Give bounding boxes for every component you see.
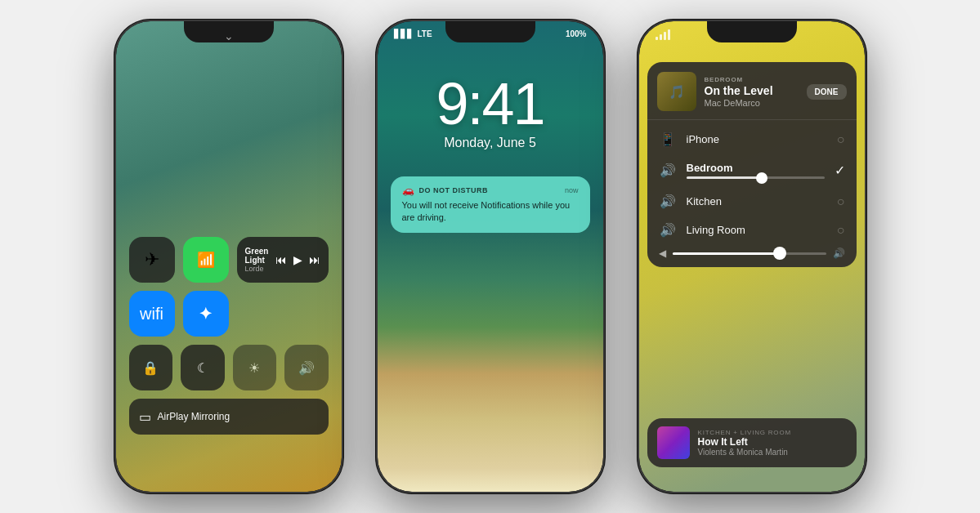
screen-1: ⌄ ✈ 📶 Green Light Lorde ⏮ ▶: [116, 21, 342, 492]
bottom-album-art: [657, 426, 690, 459]
bedroom-volume-thumb[interactable]: [756, 172, 767, 184]
battery-indicator: 100%: [566, 29, 587, 38]
music-player-widget[interactable]: Green Light Lorde ⏮ ▶ ⏭: [237, 237, 329, 283]
cc-row-1: ✈ 📶 Green Light Lorde ⏮ ▶ ⏭: [129, 237, 329, 283]
do-not-disturb-button[interactable]: ☾: [181, 345, 225, 390]
music-controls: ⏮ ▶ ⏭: [275, 253, 320, 266]
airplay-label: AirPlay Mirroring: [158, 411, 230, 422]
kitchen-device-name: Kitchen: [687, 195, 827, 207]
signal-bars: ▋▋▋: [394, 29, 414, 38]
dnd-message: You will not receive Notifications while…: [402, 199, 579, 225]
dnd-header: 🚗 DO NOT DISTURB now: [402, 185, 579, 196]
status-bar-3: [656, 29, 848, 40]
screen-3: 🎵 BEDROOM On the Level Mac DeMarco DONE …: [639, 21, 865, 492]
signal-bar-1: [656, 37, 658, 40]
kitchen-check: ○: [837, 194, 845, 209]
airplay-device-kitchen[interactable]: 🔊 Kitchen ○: [647, 187, 857, 216]
moon-icon: ☾: [197, 360, 208, 376]
volume-icon: 🔊: [298, 360, 315, 376]
dnd-time: now: [565, 186, 579, 194]
bluetooth-button[interactable]: ✦: [183, 291, 229, 337]
cc-row-2: wifi ✦: [129, 291, 329, 337]
volume-max-icon: 🔊: [833, 248, 845, 259]
bluetooth-icon: ✦: [199, 304, 213, 323]
airplay-mirroring-button[interactable]: ▭ AirPlay Mirroring: [129, 399, 329, 435]
done-button[interactable]: DONE: [807, 84, 847, 100]
phone-control-center: ⌄ ✈ 📶 Green Light Lorde ⏮ ▶: [114, 20, 343, 493]
play-button[interactable]: ▶: [293, 253, 302, 266]
lock-screen-time: 9:41: [378, 70, 603, 137]
airplay-device-iphone[interactable]: 📱 iPhone ○: [647, 125, 857, 154]
lock-screen-date: Monday, June 5: [378, 136, 603, 150]
bedroom-device-name: Bedroom: [687, 162, 733, 174]
status-bar-1: ⌄: [132, 29, 325, 42]
track-artist: Mac DeMarco: [705, 98, 799, 108]
screen-2: ▋▋▋ LTE 100% 9:41 Monday, June 5 🚗 DO NO…: [378, 21, 603, 492]
lock-status-bar: ▋▋▋ LTE 100%: [394, 29, 587, 38]
volume-min-icon: ◀: [659, 248, 666, 259]
brightness-button[interactable]: ☀: [233, 345, 277, 390]
signal-bar-2: [660, 34, 662, 40]
airplay-card: 🎵 BEDROOM On the Level Mac DeMarco DONE …: [647, 62, 857, 267]
cc-row-3: 🔒 ☾ ☀ 🔊: [129, 345, 329, 390]
wifi-button[interactable]: wifi: [129, 291, 175, 337]
rotation-lock-button[interactable]: 🔒: [129, 345, 173, 390]
phone-lock-screen: ▋▋▋ LTE 100% 9:41 Monday, June 5 🚗 DO NO…: [376, 20, 605, 493]
room-label: BEDROOM: [705, 76, 799, 83]
album-art: 🎵: [657, 72, 696, 111]
music-title: Green Light: [245, 247, 269, 265]
done-label: DONE: [815, 87, 839, 96]
living-room-check: ○: [837, 223, 845, 238]
volume-thumb[interactable]: [773, 247, 786, 260]
bedroom-check: ✓: [835, 163, 845, 178]
now-playing-row: 🎵 BEDROOM On the Level Mac DeMarco DONE: [647, 62, 857, 120]
airplane-mode-button[interactable]: ✈: [129, 237, 175, 283]
brightness-icon: ☀: [248, 360, 260, 376]
living-room-device-name: Living Room: [687, 224, 827, 236]
bottom-room-label: KITCHEN + LIVING ROOM: [698, 429, 847, 436]
iphone-device-icon: 📱: [659, 132, 677, 147]
airplay-device-bedroom[interactable]: 🔊 Bedroom ✓: [647, 154, 857, 187]
music-info: Green Light Lorde: [245, 247, 269, 273]
bottom-track-info: KITCHEN + LIVING ROOM How It Left Violen…: [698, 429, 847, 457]
signal-indicator: ▋▋▋ LTE: [394, 29, 432, 38]
music-artist: Lorde: [245, 265, 269, 273]
bottom-track-artist: Violents & Monica Martin: [698, 448, 847, 457]
volume-fill: [673, 252, 781, 255]
volume-track[interactable]: [673, 252, 826, 255]
cellular-button[interactable]: 📶: [183, 237, 229, 283]
living-room-device-icon: 🔊: [659, 222, 677, 238]
cellular-icon: 📶: [197, 251, 215, 269]
signal-bars-3: [656, 29, 670, 40]
bedroom-volume-track: [687, 176, 825, 179]
dnd-icon: 🚗: [402, 185, 414, 196]
track-title: On the Level: [705, 84, 799, 97]
wifi-icon: wifi: [140, 305, 163, 323]
album-art-image: 🎵: [669, 84, 685, 100]
signal-bar-4: [668, 29, 670, 40]
airplay-icon: ▭: [139, 409, 151, 425]
volume-button[interactable]: 🔊: [284, 345, 329, 390]
network-type: LTE: [418, 29, 432, 38]
track-info: BEDROOM On the Level Mac DeMarco: [705, 76, 799, 108]
control-center: ✈ 📶 Green Light Lorde ⏮ ▶ ⏭: [129, 237, 329, 443]
iphone-device-name: iPhone: [687, 133, 827, 145]
dnd-notification: 🚗 DO NOT DISTURB now You will not receiv…: [391, 176, 590, 233]
kitchen-device-icon: 🔊: [659, 194, 677, 209]
signal-bar-3: [664, 32, 666, 40]
iphone-check: ○: [837, 132, 845, 147]
airplay-device-list: 📱 iPhone ○ 🔊 Bedroom ✓: [647, 120, 857, 267]
volume-row: ◀ 🔊: [647, 244, 857, 262]
bottom-track-title: How It Left: [698, 436, 847, 448]
lock-rotation-icon: 🔒: [142, 360, 159, 376]
phone-airplay: 🎵 BEDROOM On the Level Mac DeMarco DONE …: [638, 20, 866, 493]
airplay-bottom-card: KITCHEN + LIVING ROOM How It Left Violen…: [647, 418, 857, 467]
next-button[interactable]: ⏭: [309, 253, 320, 266]
dnd-title: DO NOT DISTURB: [419, 186, 560, 194]
airplay-device-living-room[interactable]: 🔊 Living Room ○: [647, 216, 857, 244]
bedroom-device-icon: 🔊: [659, 163, 677, 178]
bedroom-volume-fill: [687, 176, 763, 179]
chevron-icon: ⌄: [224, 29, 234, 42]
airplane-icon: ✈: [145, 249, 159, 270]
prev-button[interactable]: ⏮: [275, 253, 287, 266]
